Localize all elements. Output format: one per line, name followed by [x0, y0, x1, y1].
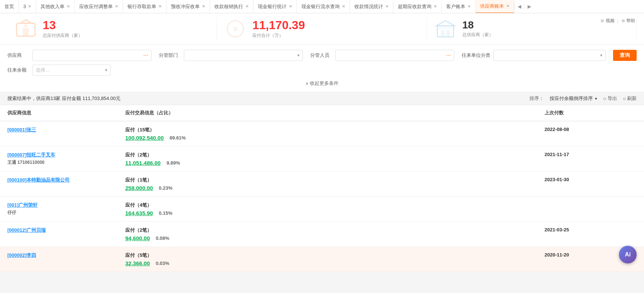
- nav-tab-other-income[interactable]: 其他收入单 ✕: [36, 0, 75, 13]
- svg-point-3: [24, 24, 27, 27]
- supplier-dots-icon[interactable]: ···: [143, 52, 148, 59]
- nav-tab-advance-close[interactable]: ✕: [202, 4, 205, 9]
- supplier-info-4: [000012]广州贝瑞: [7, 227, 125, 234]
- svg-rect-10: [437, 27, 454, 29]
- transaction-label-2: 应付（1笔）: [125, 177, 545, 183]
- nav-tab-3[interactable]: 3 ✕: [19, 0, 36, 13]
- transaction-percent-4: 0.08%: [156, 235, 169, 241]
- video-link[interactable]: ⊙ 视频: [601, 18, 614, 24]
- nav-tab-collect-stats[interactable]: 收款情况统计 ✕: [350, 0, 393, 13]
- nav-next-arrow[interactable]: ▶: [524, 4, 534, 9]
- table-row[interactable]: [000012]广州贝瑞 应付（2笔） 94,600.00 0.08% 2021…: [0, 222, 644, 247]
- table-row[interactable]: [000100]本特勤油品有限公司 应付（1笔） 258,000.00 0.23…: [0, 172, 644, 197]
- supplier-icon: [15, 18, 37, 40]
- transaction-amount-5[interactable]: 32,366.00: [125, 260, 150, 266]
- transaction-info-3: 应付（4笔） 164,635.90 0.15%: [125, 202, 545, 216]
- supplier-name-0[interactable]: [000001]张三: [7, 127, 125, 133]
- person-dots-icon[interactable]: ···: [446, 52, 451, 59]
- svg-rect-2: [23, 28, 29, 36]
- help-link[interactable]: ⊙ 帮助: [622, 18, 635, 24]
- dept-input-wrapper[interactable]: ▾: [184, 50, 303, 61]
- nav-tab-collect-stats-close[interactable]: ✕: [385, 4, 389, 9]
- supplier-name-1[interactable]: [000007]恒旺二手叉车: [7, 152, 125, 158]
- table-row[interactable]: [000002]李四 应付（5笔） 32,366.00 0.03% 2020-1…: [0, 247, 644, 272]
- table-row[interactable]: [000001]张三 应付（15笔） 100,092,540.00 89.61%…: [0, 121, 644, 146]
- nav-tab-customer-ledger[interactable]: 客户账本 ✕: [442, 0, 476, 13]
- transaction-amount-2[interactable]: 258,000.00: [125, 185, 153, 191]
- person-input-wrapper[interactable]: ···: [335, 50, 454, 61]
- nav-tab-collect-close[interactable]: ✕: [245, 4, 249, 9]
- nav-tab-supplier-ledger-close[interactable]: ✕: [506, 4, 510, 8]
- result-info-text: 搜索结果中，供应商13家 应付金额 111,703,854.00元: [7, 95, 120, 102]
- nav-tab-cash-bank-stats-close[interactable]: ✕: [289, 4, 292, 9]
- transaction-amount-4[interactable]: 94,600.00: [125, 235, 150, 241]
- nav-tab-adjust-close[interactable]: ✕: [115, 4, 118, 9]
- lastpay-5: 2020-11-20: [545, 252, 618, 258]
- transaction-label-5: 应付（5笔）: [125, 252, 545, 259]
- col-header-supplier: 供应商信息: [7, 110, 125, 116]
- sort-select[interactable]: 按应付余额倒序排序 ▾: [550, 95, 597, 102]
- ai-button[interactable]: Ai: [619, 246, 637, 263]
- nav-tab-cash-bank-stats[interactable]: 现金银行统计 ✕: [253, 0, 297, 13]
- category-dropdown-icon[interactable]: ▾: [600, 53, 602, 58]
- person-input[interactable]: [339, 53, 446, 58]
- stat-label-suppliers: 总应付供应商（家）: [43, 32, 83, 39]
- nav-tab-home[interactable]: 首页: [0, 0, 19, 13]
- transaction-details-2: 应付（1笔） 258,000.00 0.23%: [125, 177, 545, 191]
- balance-input-wrapper[interactable]: 选择... ▾: [32, 65, 111, 76]
- nav-tab-bank[interactable]: 银行存取款单 ✕: [123, 0, 167, 13]
- transaction-info-2: 应付（1笔） 258,000.00 0.23%: [125, 177, 545, 191]
- supplier-info-3: [001]广州荣轩 仔仔: [7, 202, 125, 216]
- nav-tab-advance[interactable]: 预收冲应收单 ✕: [167, 0, 210, 13]
- transaction-label-1: 应付（2笔）: [125, 152, 545, 158]
- last-pay-date-5: 2020-11-20: [545, 252, 569, 258]
- svg-rect-8: [441, 30, 445, 37]
- transaction-amount-0[interactable]: 100,092,540.00: [125, 135, 164, 141]
- transaction-row-1: 11,051,486.00 9.89%: [125, 160, 545, 166]
- transaction-percent-3: 0.15%: [159, 210, 172, 216]
- nav-tab-cash-bank-query[interactable]: 现金银行流水查询 ✕: [297, 0, 350, 13]
- transaction-amount-1[interactable]: 11,051,486.00: [125, 160, 161, 166]
- transaction-info-0: 应付（15笔） 100,092,540.00 89.61%: [125, 127, 545, 141]
- supplier-name-2[interactable]: [000100]本特勤油品有限公司: [7, 177, 125, 183]
- stat-number-amount: 11,170.39: [252, 19, 305, 31]
- nav-tab-collect[interactable]: 收款核销执行 ✕: [210, 0, 253, 13]
- table-row[interactable]: [000007]恒旺二手叉车 王通 17106110000 应付（2笔） 11,…: [0, 146, 644, 172]
- nav-tab-other-income-close[interactable]: ✕: [67, 4, 70, 9]
- lastpay-0: 2022-08-08: [545, 127, 618, 132]
- transaction-row-3: 164,635.90 0.15%: [125, 210, 545, 216]
- nav-tab-overdue[interactable]: 超期应收款查询 ✕: [393, 0, 442, 13]
- sort-dropdown-icon[interactable]: ▾: [595, 96, 597, 101]
- nav-tab-supplier-ledger[interactable]: 供应商账本 ✕: [476, 0, 514, 13]
- nav-tab-adjust[interactable]: 应收应付调整单 ✕: [75, 0, 123, 13]
- transaction-amount-3[interactable]: 164,635.90: [125, 210, 153, 216]
- balance-dropdown-icon[interactable]: ▾: [105, 68, 107, 73]
- nav-tab-bank-close[interactable]: ✕: [158, 4, 162, 9]
- collapse-button[interactable]: ∧ 收起更多条件: [300, 80, 344, 87]
- table-row[interactable]: [001]广州荣轩 仔仔 应付（4笔） 164,635.90 0.15%: [0, 197, 644, 222]
- stat-label-amount: 应付合计（万）: [252, 32, 305, 39]
- category-label: 往来单位分类: [462, 52, 490, 59]
- stat-label-total: 总供应商（家）: [462, 32, 493, 38]
- person-label: 分管人员: [310, 52, 332, 59]
- nav-tab-cash-bank-query-close[interactable]: ✕: [342, 4, 345, 9]
- supplier-name-4[interactable]: [000012]广州贝瑞: [7, 227, 125, 234]
- stat-block-suppliers: 13 总应付供应商（家）: [7, 18, 217, 40]
- nav-tab-overdue-close[interactable]: ✕: [434, 4, 437, 9]
- supplier-name-3[interactable]: [001]广州荣轩: [7, 202, 125, 208]
- supplier-input-wrapper[interactable]: ···: [32, 50, 151, 61]
- search-button[interactable]: 查询: [613, 50, 637, 61]
- dept-dropdown-icon[interactable]: ▾: [297, 53, 300, 58]
- export-icon: ○: [603, 96, 606, 101]
- refresh-button[interactable]: ○ 刷新: [623, 95, 637, 102]
- last-pay-date-1: 2021-11-17: [545, 152, 569, 157]
- nav-tab-3-close[interactable]: ✕: [28, 4, 31, 9]
- nav-tab-adjust-label: 应收应付调整单: [79, 3, 113, 10]
- supplier-name-5[interactable]: [000002]李四: [7, 252, 125, 259]
- category-input-wrapper[interactable]: ▾: [493, 50, 606, 61]
- supplier-input[interactable]: [36, 53, 143, 58]
- nav-tab-customer-ledger-close[interactable]: ✕: [468, 4, 471, 9]
- supplier-info-2: [000100]本特勤油品有限公司: [7, 177, 125, 183]
- export-button[interactable]: ○ 导出: [603, 95, 617, 102]
- nav-prev-arrow[interactable]: ◀: [514, 4, 524, 9]
